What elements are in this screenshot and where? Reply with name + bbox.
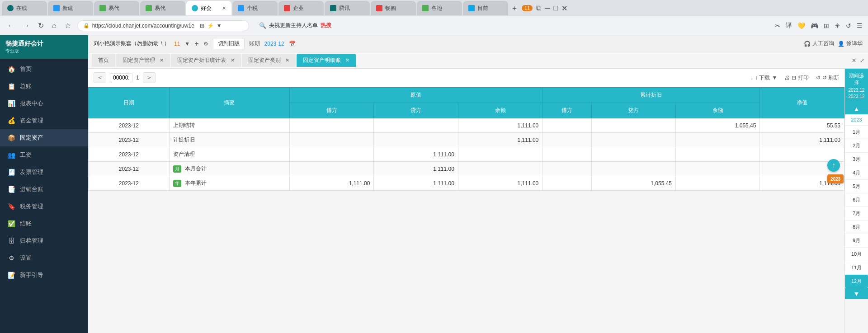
period-month-6[interactable]: 6月 (845, 193, 868, 207)
tab-fixed-assets-detail[interactable]: 固定资产明细账 ✕ (297, 54, 356, 67)
period-scroll-up[interactable]: ▲ (845, 103, 868, 114)
browser-tab-gedi[interactable]: 各地 (417, 1, 462, 15)
print-button[interactable]: 🖨 ⊟ 打印 (784, 74, 808, 82)
home-icon: 🏠 (7, 65, 15, 73)
sidebar-item-guide[interactable]: 📝 新手引导 (0, 267, 88, 284)
top-bar: 刘小艳演示账套（勿删勿动！） 11 ▼ + ⚙ 切到旧版 账期 2023-12 … (88, 35, 868, 52)
browser-tab-new[interactable]: 新建 (48, 1, 93, 15)
period-month-4[interactable]: 4月 (845, 166, 868, 180)
period-month-3[interactable]: 3月 (845, 153, 868, 166)
period-month-5[interactable]: 5月 (845, 180, 868, 193)
invoice-icon: 🧾 (7, 168, 15, 176)
tab-close-right-icon[interactable]: ✕ (852, 57, 856, 64)
sidebar-item-home[interactable]: 🏠 首页 (0, 61, 88, 78)
period-month-8[interactable]: 8月 (845, 220, 868, 234)
browser-tab-mubiao[interactable]: 目前 (463, 1, 508, 15)
grid-icon[interactable]: ⊞ (824, 22, 829, 29)
minimize-icon[interactable]: ─ (545, 4, 550, 12)
browser-tab-online[interactable]: 在线 (2, 1, 47, 15)
tab-close-depreciation[interactable]: ✕ (231, 57, 235, 63)
sidebar-label-ledger: 总账 (20, 82, 32, 90)
scroll-up-button[interactable]: ↑ (827, 159, 840, 172)
browser-tab-haohui[interactable]: 好会 ✕ (186, 1, 231, 15)
period-month-12[interactable]: 12月 (845, 275, 868, 288)
year-2023-button[interactable]: 2023 (827, 174, 844, 183)
refresh-button[interactable]: ↻ (36, 19, 46, 32)
sidebar-item-tax[interactable]: 🔖 税务管理 (0, 198, 88, 215)
history-icon[interactable]: ↺ (846, 22, 851, 29)
back-button[interactable]: ← (5, 20, 16, 32)
page-actions: ↓ ↓ 下载 ▼ 🖨 ⊟ 打印 ↺ ↺ 刷新 (750, 74, 839, 82)
home-button[interactable]: ⌂ (50, 20, 58, 32)
sidebar-item-salary[interactable]: 👥 工资 (0, 146, 88, 164)
tab-fixed-assets-category[interactable]: 固定资产类别 ✕ (242, 54, 296, 67)
purchase-sales-icon: 📑 (7, 185, 15, 193)
period-month-11[interactable]: 11月 (845, 261, 868, 275)
browser-toolbar: ✂ 译 💛 🎮 ⊞ ☀ ↺ ☰ (775, 22, 863, 30)
page-number-input[interactable] (110, 73, 132, 82)
forward-button[interactable]: → (21, 20, 32, 32)
period-month-7[interactable]: 7月 (845, 207, 868, 220)
sidebar-item-ledger[interactable]: 📋 总账 (0, 78, 88, 95)
dropdown-arrow[interactable]: ▼ (184, 41, 190, 47)
cell-summary: 计提折旧 (169, 133, 289, 147)
sidebar-item-settings[interactable]: ⚙ 设置 (0, 249, 88, 267)
add-account-button[interactable]: + (194, 40, 198, 48)
tab-list-icon[interactable]: ⧉ (536, 4, 541, 12)
sidebar-item-purchase-sales[interactable]: 📑 进销台账 (0, 181, 88, 198)
menu-icon[interactable]: ☰ (857, 22, 863, 29)
browser-tab-geshui[interactable]: 个税 (232, 1, 278, 15)
period-month-9[interactable]: 9月 (845, 234, 868, 248)
sidebar-item-invoice[interactable]: 🧾 发票管理 (0, 164, 88, 181)
tab-fixed-assets-depreciation[interactable]: 固定资产折旧统计表 ✕ (171, 54, 241, 67)
period-month-1[interactable]: 1月 (845, 126, 868, 139)
new-tab-button[interactable]: ＋ (511, 4, 518, 13)
user-avatar[interactable]: 👤 徐译华 (838, 40, 863, 47)
sidebar-item-archive[interactable]: 🗄 归档管理 (0, 232, 88, 249)
bookmark-button[interactable]: ☆ (63, 19, 73, 32)
wallet-icon[interactable]: 💛 (797, 22, 805, 29)
prev-page-button[interactable]: ＜ (94, 72, 106, 83)
tab-close-category[interactable]: ✕ (285, 57, 289, 63)
maximize-icon[interactable]: □ (554, 4, 558, 12)
tab-close-fixed-assets-mgmt[interactable]: ✕ (160, 57, 164, 63)
period-month-2[interactable]: 2月 (845, 139, 868, 153)
calendar-icon[interactable]: 📅 (289, 41, 296, 47)
brightness-icon[interactable]: ☀ (835, 22, 840, 29)
scissors-icon[interactable]: ✂ (775, 22, 780, 29)
sidebar-item-funds[interactable]: 💰 资金管理 (0, 112, 88, 129)
sidebar-label-salary: 工资 (20, 151, 32, 159)
next-page-button[interactable]: ＞ (143, 72, 156, 83)
browser-tab-chang[interactable]: 畅购 (371, 1, 416, 15)
settings-icon[interactable]: ⚙ (203, 41, 208, 47)
address-input[interactable]: 🔒 https://cloud.chanjet.com/accounting/u… (77, 20, 249, 31)
dropdown-icon: ▼ (217, 23, 222, 29)
period-year-item[interactable]: 2023 (845, 114, 868, 126)
close-window-icon[interactable]: ✕ (561, 4, 567, 13)
download-button[interactable]: ↓ ↓ 下载 ▼ (750, 74, 777, 82)
period-month-10[interactable]: 10月 (845, 248, 868, 261)
game-icon[interactable]: 🎮 (811, 22, 818, 29)
tab-fixed-assets-mgmt[interactable]: 固定资产管理 ✕ (116, 54, 170, 67)
tab-maximize-icon[interactable]: ⤢ (860, 57, 864, 64)
tab-bar: 在线 新建 易代 易代 好会 ✕ 个税 企业 腾讯 (0, 0, 868, 16)
browser-tab-yidai1[interactable]: 易代 (94, 1, 139, 15)
sidebar-item-reports[interactable]: 📊 报表中心 (0, 95, 88, 112)
tab-close-detail[interactable]: ✕ (345, 57, 349, 63)
sidebar-item-closing[interactable]: ✅ 结账 (0, 215, 88, 232)
tab-home[interactable]: 首页 (92, 54, 115, 67)
cell-acc-credit (591, 118, 675, 133)
download-dropdown-icon[interactable]: ▼ (772, 75, 777, 81)
tab-close-icon[interactable]: ✕ (222, 5, 226, 11)
sidebar-item-fixed-assets[interactable]: 📦 固定资产 (0, 129, 88, 146)
cell-original-credit: 1,111.00 (374, 147, 458, 162)
switch-version-button[interactable]: 切到旧版 (213, 38, 245, 49)
period-scroll-down[interactable]: ▼ (845, 288, 868, 299)
refresh-button[interactable]: ↺ ↺ 刷新 (816, 74, 839, 82)
period-header-label: 期间选择 (847, 72, 866, 86)
translate-icon[interactable]: 译 (786, 22, 792, 30)
browser-tab-tencent[interactable]: 腾讯 (325, 1, 370, 15)
support-button[interactable]: 🎧 人工咨询 (804, 40, 834, 47)
browser-tab-qiye[interactable]: 企业 (278, 1, 324, 15)
browser-tab-yidai2[interactable]: 易代 (140, 1, 185, 15)
